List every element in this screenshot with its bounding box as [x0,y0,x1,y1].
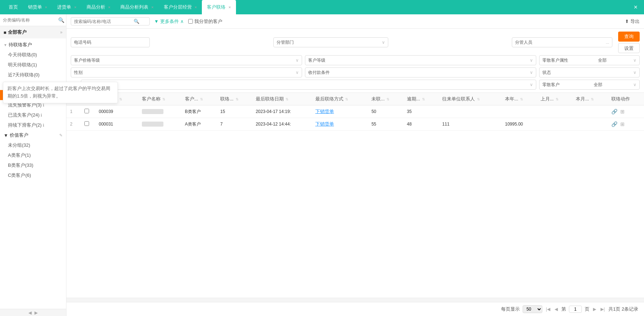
row-2-actions: 🔗 ⊞ [608,118,644,131]
sidebar-item-7days[interactable]: 近7天待联络(0) [0,70,66,80]
row-2-grid-icon[interactable]: ⊞ [620,121,625,127]
col-name-sort[interactable]: ⇅ [162,97,165,101]
col-thismonth-sort[interactable]: ⇅ [591,97,594,101]
sidebar-item-unclassified[interactable]: 未分组(32) [0,140,66,150]
sidebar-next-arrow[interactable]: ▶ [34,310,38,315]
nav-customer-segment[interactable]: 客户分层经营 × [159,0,202,14]
filter-search-icon[interactable]: 🔍 [134,19,139,24]
nav-customer-contact[interactable]: 客户联络 × [202,0,236,14]
nav-product-analysis[interactable]: 商品分析 × [82,0,115,14]
row-1-last-date: 2023-04-17 14:19: [252,105,312,118]
next-page-btn[interactable]: ▶ [592,307,597,312]
sidebar-all-customers-title[interactable]: ■ 全部客户 [4,29,27,36]
col-lastmonth-sort[interactable]: ⇅ [556,97,559,101]
retail-attribute-field[interactable]: 零散客户属性 全部 ∨ [539,55,640,65]
nav-home[interactable]: 首页 [4,0,23,14]
horizontal-scrollbar[interactable] [66,298,644,302]
export-btn[interactable]: ⬆ 导出 [625,18,640,25]
sidebar-collapse-btn[interactable]: » [60,30,62,35]
col-method-sort[interactable]: ⇅ [345,97,348,101]
gender-field[interactable]: 性别 ∨ [71,67,302,77]
page-end-label: 页 [585,306,589,312]
nav-customer-contact-close[interactable]: × [228,5,231,9]
status-field[interactable]: 状态 ∨ [539,67,640,77]
sidebar-item-declining[interactable]: 持续下滑客户(2) ℹ [0,120,66,130]
row-2-uncontacted: 55 [368,118,403,131]
value-group-edit-icon[interactable]: ✎ [59,133,62,138]
row-1-this-month [572,105,608,118]
retail-customer-field[interactable]: 零散客户 全部 ∨ [539,80,640,90]
sidebar-value-customers[interactable]: ▼ 价值客户 ✎ [0,130,66,140]
price-level-arrow: ∨ [296,58,299,63]
customer-type-field[interactable]: 客户类型 ∨ [81,80,536,90]
row-2-method[interactable]: 下销货单 [312,118,368,131]
row-1-contacts: 15 [217,105,252,118]
price-level-field[interactable]: 客户价格等级 ∨ [71,55,302,65]
first-page-btn[interactable]: |◀ [545,307,551,312]
manager-dots: ... [606,40,609,44]
col-last-contact-date: 最后联络日期 ⇅ [252,93,312,105]
row-2-link-icon[interactable]: 🔗 [611,121,617,127]
row-1-code: 000039 [95,105,138,118]
sidebar-search-input[interactable] [3,18,57,23]
department-field[interactable]: 分管部门 ∨ [273,37,388,47]
row-1-checkbox [81,105,95,118]
filter-row-3: 性别 ∨ 收付款条件 ∨ 状态 ∨ [71,67,640,77]
nav-product-analysis-list[interactable]: 商品分析列表 × [115,0,158,14]
pending-group-arrow: ▼ [4,43,7,47]
filter-icon: ▼ [154,19,159,24]
col-last-month: 上月... ⇅ [537,93,573,105]
sidebar-search-area: 🔍 [0,14,66,26]
sidebar-item-a-class[interactable]: A类客户(1) [0,150,66,160]
per-page-select[interactable]: 50 100 200 [523,305,542,313]
col-unit-contact: 往来单位联系人 ⇅ [439,93,501,105]
row-1-link-icon[interactable]: 🔗 [611,109,617,114]
col-unit-sort[interactable]: ⇅ [477,97,480,101]
col-uncontacted-sort[interactable]: ⇅ [386,97,389,101]
col-contacts-sort[interactable]: ⇅ [236,97,238,101]
filter-search-input[interactable] [74,19,131,24]
nav-sales[interactable]: 销货单 × [23,0,52,14]
nav-purchase[interactable]: 进货单 × [52,0,81,14]
sidebar-search-icon[interactable]: 🔍 [58,17,64,23]
row-1-this-year [501,105,537,118]
payment-terms-field[interactable]: 收付款条件 ∨ [305,67,536,77]
last-page-btn[interactable]: ▶| [600,307,606,312]
row-2-unit-contact: 111 [439,118,501,131]
customer-type-arrow: ∨ [530,82,533,87]
sidebar-header: ■ 全部客户 » [0,26,66,38]
prev-page-btn[interactable]: ◀ [554,307,559,312]
current-page-input[interactable] [569,306,582,313]
sidebar-prev-arrow[interactable]: ◀ [28,310,32,315]
manager-field[interactable]: 分管人员 ... [512,37,612,47]
sidebar-item-today[interactable]: 今天待联络(0) [0,50,66,60]
customer-level-field[interactable]: 客户等级 ∨ [305,55,536,65]
nav-product-analysis-list-close[interactable]: × [151,5,153,9]
row-2-name [138,118,181,131]
row-1-grid-icon[interactable]: ⊞ [620,109,625,114]
col-type-sort[interactable]: ⇅ [200,97,203,101]
settings-button[interactable]: 设置 [618,43,640,53]
nav-customer-segment-close[interactable]: × [195,5,197,9]
col-code-sort[interactable]: ⇅ [119,97,122,101]
row-2-select[interactable] [84,121,89,126]
nav-sales-close[interactable]: × [45,5,47,9]
more-conditions-btn[interactable]: ▼ 更多条件 ∧ [154,18,184,25]
query-button[interactable]: 查询 [618,32,640,42]
sidebar-item-b-class[interactable]: B类客户(33) [0,160,66,170]
col-year-sort[interactable]: ⇅ [520,97,523,101]
row-1-select[interactable] [84,109,89,113]
sidebar-item-churned[interactable]: 已流失客户(24) ℹ [0,110,66,120]
nav-product-analysis-close[interactable]: × [108,5,110,9]
col-overdue: 逾期... ⇅ [403,93,439,105]
nav-close-all[interactable]: × [631,4,640,11]
nav-purchase-close[interactable]: × [74,5,76,9]
sidebar-item-c-class[interactable]: C类客户(6) [0,170,66,180]
row-1-method[interactable]: 下销货单 [312,105,368,118]
my-customers-checkbox[interactable] [188,19,193,24]
col-overdue-sort[interactable]: ⇅ [422,97,425,101]
col-last-date-sort[interactable]: ⇅ [286,97,288,101]
phone-field[interactable]: 电话号码 [71,37,150,47]
sidebar-item-tomorrow[interactable]: 明天待联络(1) [0,60,66,70]
sidebar-group-pending[interactable]: ▼ 待联络客户 [0,40,66,50]
